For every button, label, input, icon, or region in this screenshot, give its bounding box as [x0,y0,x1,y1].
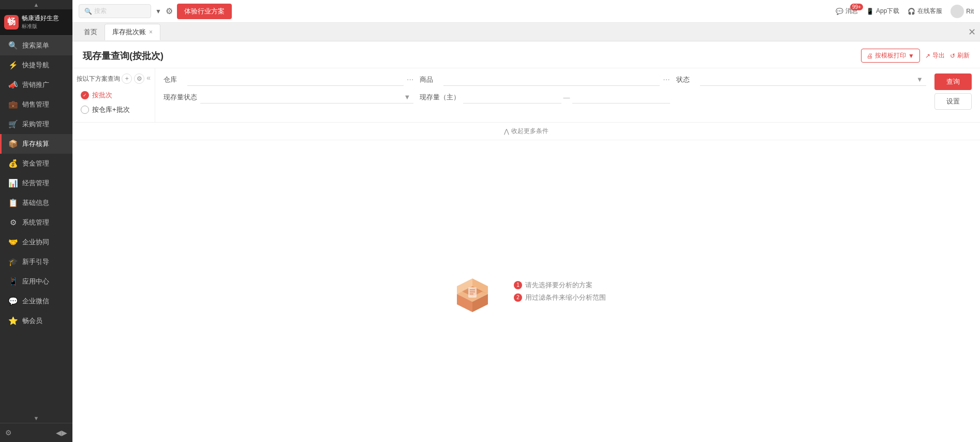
scheme-item-warehouse-batch[interactable]: 按仓库+批次 [77,102,151,117]
sidebar-item-app-center[interactable]: 📱 应用中心 [0,272,72,291]
online-service-btn[interactable]: 🎧 在线客服 [908,7,942,16]
sidebar-item-sales[interactable]: 💼 销售管理 [0,95,72,114]
scheme-item-batch[interactable]: ✓ 按批次 [77,88,151,102]
sidebar-item-label: 经营管理 [22,179,49,188]
scheme-panel-title: 按以下方案查询 [77,75,120,83]
sidebar-item-label: 基础信息 [22,198,49,208]
tabs-right: ✕ [968,26,976,38]
scheme-panel-header: 按以下方案查询 + ⚙ « [77,73,151,84]
tabs-bar: 首页 库存批次账 × ✕ [72,23,980,41]
empty-step-1: 1 请先选择要分析的方案 [514,281,606,290]
warehouse-input[interactable] [187,73,404,86]
sidebar-scroll-down[interactable]: ▼ [0,414,72,423]
search-icon: 🔍 [8,41,18,50]
empty-step-2: 2 用过滤条件来缩小分析范围 [514,293,606,302]
product-input[interactable] [443,73,660,86]
sidebar-footer: ⚙ ◀▶ [0,423,72,442]
scheme-panel: 按以下方案查询 + ⚙ « ✓ 按批次 [72,68,155,122]
settings-footer-btn[interactable]: ⚙ [5,429,12,437]
filter-action-col: 查询 设置 [934,68,980,122]
tab-home-label: 首页 [84,27,97,37]
refresh-btn[interactable]: ↺ 刷新 [950,51,970,60]
sidebar-item-operation[interactable]: 📊 经营管理 [0,173,72,193]
sidebar-search[interactable]: 🔍 搜索菜单 [0,36,72,55]
topbar-gear-icon[interactable]: ⚙ [166,6,173,16]
stock-status-field: 现存量状态 ▼ [164,91,413,104]
sidebar-item-basic-info[interactable]: 📋 基础信息 [0,193,72,213]
online-service-label: 在线客服 [917,7,942,16]
topbar-search-box[interactable]: 🔍 搜索 [79,4,151,18]
sidebar-item-collab[interactable]: 🤝 企业协同 [0,232,72,252]
app-logo: 畅 [4,15,19,30]
scheme-settings-btn[interactable]: ⚙ [134,73,144,84]
messages-btn[interactable]: 💬 消息 99+ [836,7,858,16]
user-avatar-btn[interactable]: Rit [951,5,974,18]
filter-row-2: 现存量状态 ▼ 现存量（主） — [164,91,926,104]
chevron-down-icon: ▼ [916,76,923,83]
purchase-icon: 🛒 [8,120,18,129]
tab-close-btn[interactable]: × [149,28,153,36]
search-placeholder: 搜索 [94,7,107,16]
sidebar-item-label: 畅会员 [22,316,42,326]
stock-qty-min-input[interactable] [463,91,561,104]
tab-home[interactable]: 首页 [77,24,105,40]
sales-icon: 💼 [8,100,18,109]
print-btn[interactable]: 🖨 按模板打印 ▼ [861,49,920,63]
stock-status-label: 现存量状态 [164,93,197,102]
page-header: 现存量查询(按批次) 🖨 按模板打印 ▼ ↗ 导出 ↺ 刷新 [72,41,980,68]
tab-inventory-batch-label: 库存批次账 [112,27,146,37]
sidebar-item-label: 营销推广 [22,80,49,90]
basic-info-icon: 📋 [8,198,18,208]
add-scheme-btn[interactable]: + [122,73,132,84]
topbar-dropdown-icon[interactable]: ▼ [155,8,161,15]
empty-step1-label: 请先选择要分析的方案 [525,281,592,290]
collapse-conditions-btn[interactable]: ⋀ 收起更多条件 [72,123,980,140]
step2-num: 2 [514,293,522,302]
sidebar-item-inventory[interactable]: 📦 库存核算 [0,134,72,154]
sidebar-item-purchase[interactable]: 🛒 采购管理 [0,114,72,134]
sidebar-item-marketing[interactable]: 📣 营销推广 [0,75,72,95]
tab-inventory-batch[interactable]: 库存批次账 × [105,24,160,40]
sidebar-item-quick-nav[interactable]: ⚡ 快捷导航 [0,55,72,75]
warehouse-more-btn[interactable]: ··· [407,75,413,84]
sidebar-item-system[interactable]: ⚙ 系统管理 [0,213,72,232]
chevron-down-icon-2: ▼ [404,93,410,101]
filter-row-1: 仓库 ··· 商品 ··· 状态 [164,73,926,86]
chevron-up-icon: ⋀ [504,128,509,135]
scheme-panel-actions: + ⚙ « [122,73,151,84]
collapse-label: 收起更多条件 [511,127,548,136]
stock-status-dropdown[interactable]: ▼ [200,91,413,104]
filter-area: 按以下方案查询 + ⚙ « ✓ 按批次 [72,68,980,123]
app-download-label: App下载 [876,7,899,16]
filter-settings-btn[interactable]: 设置 [934,93,972,110]
sidebar-item-wechat[interactable]: 💬 企业微信 [0,291,72,311]
stock-qty-max-input[interactable] [572,91,670,104]
sidebar-item-label: 系统管理 [22,218,49,227]
messages-badge: 99+ [850,4,863,10]
search-icon: 🔍 [84,8,92,15]
sidebar-item-label: 快捷导航 [22,61,49,70]
app-download-btn[interactable]: 📱 App下载 [866,7,899,16]
close-all-tabs-btn[interactable]: ✕ [968,26,976,38]
sidebar-item-finance[interactable]: 💰 资金管理 [0,154,72,173]
sidebar: ▲ 畅 畅康通好生意 标准版 🔍 搜索菜单 ⚡ 快捷导航 📣 营销推广 💼 销售… [0,0,72,442]
sidebar-nav: 🔍 搜索菜单 ⚡ 快捷导航 📣 营销推广 💼 销售管理 🛒 采购管理 📦 库存核… [0,36,72,414]
query-btn[interactable]: 查询 [934,73,972,90]
printer-icon: 🖨 [867,52,873,60]
product-more-btn[interactable]: ··· [663,75,670,84]
sidebar-item-label: 应用中心 [22,277,49,286]
collapse-sidebar-btn[interactable]: ◀▶ [56,429,67,437]
warehouse-field: 仓库 ··· [164,73,413,86]
avatar [951,5,964,18]
sidebar-item-label: 企业微信 [22,297,49,306]
topbar-right: 💬 消息 99+ 📱 App下载 🎧 在线客服 Rit [836,5,974,18]
collapse-scheme-btn[interactable]: « [146,73,151,84]
sidebar-item-guide[interactable]: 🎓 新手引导 [0,252,72,272]
trial-btn[interactable]: 体验行业方案 [177,4,232,19]
system-icon: ⚙ [8,218,18,227]
export-btn[interactable]: ↗ 导出 [925,51,945,60]
scheme-batch-label: 按批次 [92,91,112,100]
sidebar-scroll-up[interactable]: ▲ [0,0,72,9]
sidebar-item-member[interactable]: ⭐ 畅会员 [0,311,72,331]
status-dropdown[interactable]: ▼ [700,73,926,86]
